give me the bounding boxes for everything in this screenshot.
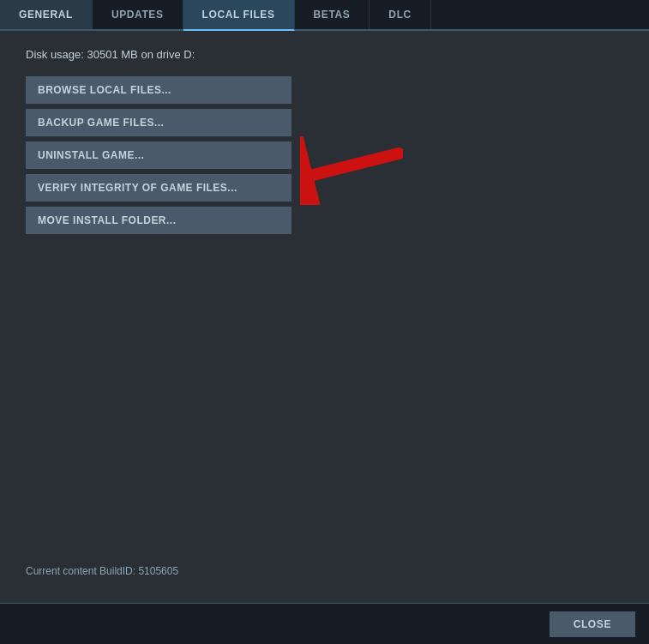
disk-usage-label: Disk usage: 30501 MB on drive D: [26, 48, 623, 61]
tab-updates[interactable]: UPDATES [93, 0, 183, 29]
main-content: Disk usage: 30501 MB on drive D: BROWSE … [0, 31, 649, 603]
backup-game-files-button[interactable]: BACKUP GAME FILES... [26, 109, 291, 136]
buttons-section: BROWSE LOCAL FILES... BACKUP GAME FILES.… [26, 76, 623, 234]
move-install-folder-button[interactable]: MOVE INSTALL FOLDER... [26, 207, 291, 234]
tab-local-files[interactable]: LOCAL FILES [183, 0, 295, 31]
tab-bar: GENERAL UPDATES LOCAL FILES BETAS DLC [0, 0, 649, 31]
close-button[interactable]: CLOSE [550, 611, 635, 637]
uninstall-game-button[interactable]: UNINSTALL GAME... [26, 141, 291, 169]
tab-betas[interactable]: BETAS [295, 0, 370, 29]
arrow-annotation [300, 136, 403, 205]
tab-general[interactable]: GENERAL [0, 0, 93, 29]
svg-line-1 [313, 153, 399, 175]
verify-integrity-button[interactable]: VERIFY INTEGRITY OF GAME FILES... [26, 174, 291, 202]
browse-local-files-button[interactable]: BROWSE LOCAL FILES... [26, 76, 291, 104]
footer-bar: CLOSE [0, 603, 649, 644]
build-id-label: Current content BuildID: 5105605 [26, 565, 623, 586]
tab-dlc[interactable]: DLC [370, 0, 430, 29]
